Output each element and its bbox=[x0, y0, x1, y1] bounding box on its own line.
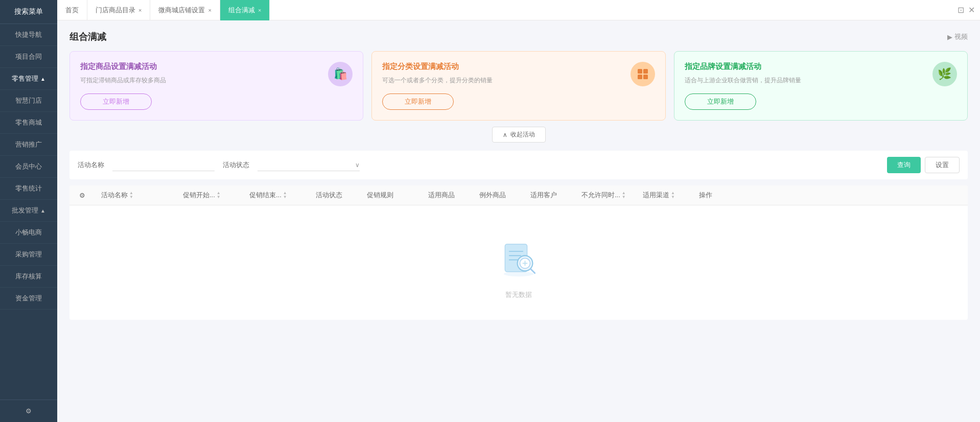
sidebar-item-label: 采购管理 bbox=[15, 250, 42, 259]
sidebar-item-retail-mall[interactable]: 零售商城 bbox=[0, 112, 57, 134]
promo-card-category-desc: 可选一个或者多个分类，提升分类的销量 bbox=[382, 76, 655, 85]
th-promo-start[interactable]: 促销开始... ▲▼ bbox=[177, 191, 243, 200]
activity-name-input[interactable] bbox=[112, 159, 215, 171]
video-link[interactable]: ▶ 视频 bbox=[947, 32, 968, 41]
sidebar-item-label: 资金管理 bbox=[15, 294, 42, 303]
activity-status-select[interactable]: ∨ bbox=[258, 159, 360, 171]
activity-name-label: 活动名称 bbox=[78, 160, 104, 170]
close-icon[interactable]: ✕ bbox=[968, 5, 975, 15]
sidebar-item-label: 智慧门店 bbox=[15, 96, 42, 105]
th-name[interactable]: 活动名称 ▲▼ bbox=[95, 191, 177, 200]
th-gear[interactable]: ⚙ bbox=[69, 192, 95, 199]
collapse-bar: ∧ 收起活动 bbox=[69, 127, 968, 143]
sidebar-item-label: 零售管理 bbox=[12, 74, 38, 83]
sidebar-item-project-contract[interactable]: 项目合同 bbox=[0, 46, 57, 68]
tab-home[interactable]: 首页 bbox=[57, 0, 87, 20]
add-product-promo-button[interactable]: 立即新增 bbox=[80, 93, 152, 110]
th-channel[interactable]: 适用渠道 ▲▼ bbox=[637, 191, 693, 200]
sort-arrows: ▲▼ bbox=[217, 191, 221, 199]
sidebar-item-label: 零售统计 bbox=[15, 184, 42, 193]
sidebar-item-label: 库存核算 bbox=[15, 272, 42, 281]
th-end-label: 促销结束... bbox=[249, 191, 282, 200]
chevron-up-icon: ∧ bbox=[503, 131, 507, 138]
chevron-down-icon: ∨ bbox=[355, 161, 360, 169]
svg-point-4 bbox=[504, 271, 533, 276]
th-status-label: 活动状态 bbox=[316, 191, 342, 200]
chevron-down-icon: ▲ bbox=[40, 208, 45, 214]
activity-status-label: 活动状态 bbox=[223, 160, 249, 170]
data-table: ⚙ 活动名称 ▲▼ 促销开始... ▲▼ 促销结束... ▲▼ 活动状态 bbox=[69, 185, 968, 320]
window-controls: ⊡ ✕ bbox=[952, 5, 980, 15]
add-category-promo-button[interactable]: 立即新增 bbox=[382, 93, 454, 110]
gear-icon: ⚙ bbox=[26, 407, 32, 415]
th-operation: 操作 bbox=[693, 191, 968, 200]
th-no-dup[interactable]: 不允许同时... ▲▼ bbox=[575, 191, 637, 200]
sidebar-item-retail-mgmt[interactable]: 零售管理 ▲ bbox=[0, 68, 57, 90]
promo-card-category-icon bbox=[631, 62, 655, 86]
chevron-up-icon: ▲ bbox=[40, 76, 45, 82]
restore-icon[interactable]: ⊡ bbox=[958, 5, 964, 15]
sidebar-item-quick-nav[interactable]: 快捷导航 bbox=[0, 24, 57, 46]
add-brand-promo-button[interactable]: 立即新增 bbox=[685, 93, 756, 110]
query-button[interactable]: 查询 bbox=[887, 157, 921, 173]
tab-store-settings[interactable]: 微商城店铺设置 × bbox=[150, 0, 220, 20]
svg-rect-3 bbox=[643, 75, 648, 79]
sidebar-item-retail-stats[interactable]: 零售统计 bbox=[0, 178, 57, 200]
sidebar-item-label: 营销推广 bbox=[15, 140, 42, 149]
tab-product-catalog-label: 门店商品目录 bbox=[96, 6, 135, 15]
empty-text: 暂无数据 bbox=[505, 290, 532, 299]
th-except-goods: 例外商品 bbox=[473, 191, 524, 200]
th-name-label: 活动名称 bbox=[101, 191, 128, 200]
sort-arrows: ▲▼ bbox=[622, 191, 626, 199]
th-customer: 适用客户 bbox=[524, 191, 575, 200]
filter-row: 活动名称 活动状态 ∨ 查询 设置 bbox=[69, 151, 968, 179]
sidebar-item-purchase-mgmt[interactable]: 采购管理 bbox=[0, 244, 57, 266]
gear-icon: ⚙ bbox=[79, 192, 85, 199]
sidebar-item-wholesale-mgmt[interactable]: 批发管理 ▲ bbox=[0, 200, 57, 222]
close-tab-store-settings[interactable]: × bbox=[208, 7, 211, 13]
th-status: 活动状态 bbox=[310, 191, 361, 200]
th-goods-label: 适用商品 bbox=[428, 191, 455, 200]
sort-arrows: ▲▼ bbox=[283, 191, 287, 199]
th-customer-label: 适用客户 bbox=[530, 191, 557, 200]
th-channel-label: 适用渠道 bbox=[643, 191, 669, 200]
content-area: 组合满减 ▶ 视频 🛍️ 指定商品设置满减活动 可指定滞销商品或库存较多商品 立… bbox=[57, 20, 980, 422]
close-tab-combo-discount[interactable]: × bbox=[258, 7, 261, 13]
close-tab-product-catalog[interactable]: × bbox=[138, 7, 142, 13]
sidebar-item-label: 会员中心 bbox=[15, 162, 42, 171]
collapse-btn-label: 收起活动 bbox=[510, 130, 535, 139]
promo-card-brand-icon: 🌿 bbox=[932, 62, 957, 86]
promo-card-brand-title: 指定品牌设置满减活动 bbox=[685, 62, 957, 72]
sidebar-item-member-center[interactable]: 会员中心 bbox=[0, 156, 57, 178]
svg-line-12 bbox=[530, 269, 534, 273]
sidebar-item-label: 快捷导航 bbox=[15, 30, 42, 39]
promo-card-brand-desc: 适合与上游企业联合做营销，提升品牌销量 bbox=[685, 76, 957, 85]
main-panel: 首页 门店商品目录 × 微商城店铺设置 × 组合满减 × ⊡ ✕ 组合满减 ▶ … bbox=[57, 0, 980, 422]
sidebar-item-marketing[interactable]: 营销推广 bbox=[0, 134, 57, 156]
promo-card-product-icon: 🛍️ bbox=[328, 62, 353, 86]
page-title: 组合满减 bbox=[69, 31, 106, 43]
sidebar-item-xiaochangec[interactable]: 小畅电商 bbox=[0, 222, 57, 244]
tab-combo-discount[interactable]: 组合满减 × bbox=[220, 0, 270, 20]
sidebar-item-smart-store[interactable]: 智慧门店 bbox=[0, 90, 57, 112]
tab-product-catalog[interactable]: 门店商品目录 × bbox=[87, 0, 150, 20]
sidebar-item-label: 项目合同 bbox=[15, 52, 42, 61]
svg-rect-1 bbox=[643, 69, 648, 74]
th-start-label: 促销开始... bbox=[183, 191, 215, 200]
th-rule: 促销规则 bbox=[361, 191, 422, 200]
page-header: 组合满减 ▶ 视频 bbox=[69, 31, 968, 43]
th-rule-label: 促销规则 bbox=[367, 191, 393, 200]
sidebar-settings-btn[interactable]: ⚙ bbox=[0, 400, 57, 422]
promo-card-by-product: 🛍️ 指定商品设置满减活动 可指定滞销商品或库存较多商品 立即新增 bbox=[69, 51, 363, 121]
th-nodup-label: 不允许同时... bbox=[581, 191, 620, 200]
sidebar-item-inventory[interactable]: 库存核算 bbox=[0, 266, 57, 288]
setting-button[interactable]: 设置 bbox=[925, 157, 960, 173]
collapse-activities-button[interactable]: ∧ 收起活动 bbox=[492, 127, 546, 143]
sidebar-search[interactable]: 搜索菜单 bbox=[0, 0, 57, 24]
promo-card-product-desc: 可指定滞销商品或库存较多商品 bbox=[80, 76, 353, 85]
svg-rect-0 bbox=[638, 69, 642, 74]
sidebar-item-label: 批发管理 bbox=[12, 206, 38, 215]
sidebar-item-finance-mgmt[interactable]: 资金管理 bbox=[0, 288, 57, 310]
sort-arrows: ▲▼ bbox=[671, 191, 675, 199]
th-promo-end[interactable]: 促销结束... ▲▼ bbox=[243, 191, 310, 200]
